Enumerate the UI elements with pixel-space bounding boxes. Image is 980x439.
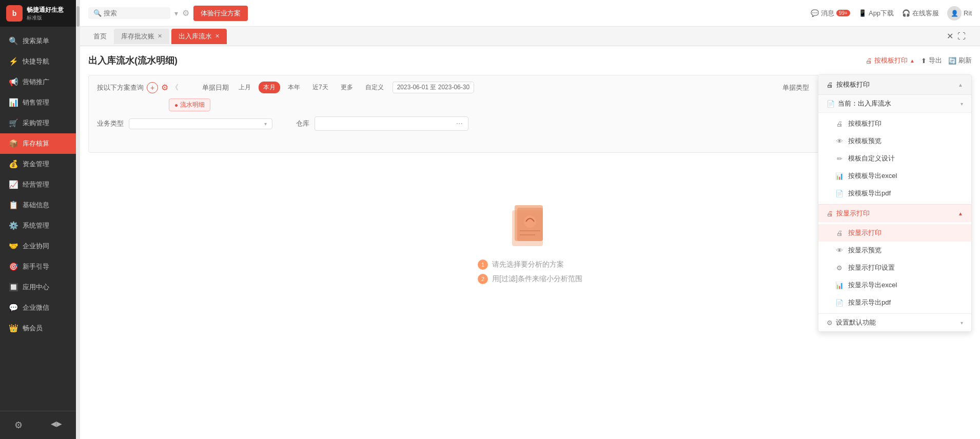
nav-icon-basic: 📋 [8, 200, 18, 210]
topbar-settings-icon[interactable]: ⚙ [182, 8, 189, 18]
nav-icon-app-center: 🔲 [8, 282, 18, 292]
warehouse-dots[interactable]: ··· [456, 119, 463, 128]
add-condition-btn[interactable]: + [147, 82, 158, 93]
dropdown-header[interactable]: 🖨 按模板打印 ▲ [818, 75, 971, 95]
dropdown-item-display-pdf[interactable]: 📄 按显示导出pdf [818, 294, 971, 311]
dropdown-item-display-preview[interactable]: 👁 按显示预览 [818, 242, 971, 259]
display-settings-icon: ⚙ [835, 263, 844, 272]
display-print-subheader[interactable]: 🖨 按显示打印 ▲ [818, 204, 971, 222]
date-btn-7days[interactable]: 近7天 [308, 82, 333, 93]
tab-flow-label: 出入库流水 [179, 32, 212, 41]
biz-type-label: 业务类型 [97, 119, 124, 128]
dropdown-item-template-preview[interactable]: 👁 按模板预览 [818, 132, 971, 150]
dropdown-footer[interactable]: ⚙ 设置默认功能 ▾ [818, 313, 971, 331]
nav-label-app-center: 应用中心 [23, 283, 49, 292]
sidebar-item-app-center[interactable]: 🔲 应用中心 [0, 277, 76, 297]
tab-batch-account[interactable]: 库存批次账 ✕ [114, 29, 169, 44]
sidebar-item-quick-nav[interactable]: ⚡ 快捷导航 [0, 51, 76, 72]
biz-type-select[interactable]: ▾ [129, 118, 272, 129]
window-controls: ✕ ⛶ [940, 31, 972, 41]
empty-step-1: 1 请先选择要分析的方案 [478, 260, 582, 270]
collapse-bottom-icon[interactable]: ◀▶ [48, 416, 65, 434]
collapse-condition-icon[interactable]: 《 [171, 83, 179, 92]
template-customize-icon: ✏ [835, 154, 844, 163]
sidebar-bottom: ⚙ ◀▶ [0, 411, 76, 439]
logo-badge: 标准版 [27, 14, 64, 22]
sidebar-item-operations[interactable]: 📈 经营管理 [0, 174, 76, 195]
sidebar-item-enterprise[interactable]: 🤝 企业协同 [0, 236, 76, 256]
nav-label-marketing: 营销推广 [23, 77, 49, 87]
user-avatar-action[interactable]: 👤 Rit [947, 6, 972, 21]
tab-flow[interactable]: 出入库流水 ✕ [171, 29, 227, 44]
search-input[interactable] [104, 9, 165, 17]
receipt-type-label: 单据类型 [782, 83, 809, 92]
date-btn-this-year[interactable]: 本年 [283, 82, 305, 93]
date-range-input[interactable]: 2023-06-01 至 2023-06-30 [393, 82, 474, 93]
tab-batch-account-close[interactable]: ✕ [158, 33, 162, 39]
print-template-btn[interactable]: 🖨 按模板打印 ▲ [866, 56, 915, 65]
sidebar-item-guide[interactable]: 🎯 新手引导 [0, 256, 76, 277]
sidebar-item-inventory[interactable]: 📦 库存核算 [0, 133, 76, 154]
sidebar-scrollbar[interactable] [76, 0, 80, 439]
topbar-left: 🔍 ▾ ⚙ 体验行业方案 [88, 6, 248, 21]
app-download-icon: 📱 [858, 9, 867, 17]
date-btn-last-month[interactable]: 上月 [234, 82, 256, 93]
dropdown-footer-content: ⚙ 设置默认功能 [827, 318, 876, 327]
dropdown-item-template-pdf[interactable]: 📄 按模板导出pdf [818, 185, 971, 202]
export-btn[interactable]: ⬆ 导出 [921, 56, 942, 65]
dropdown-item-display-excel[interactable]: 📊 按显示导出excel [818, 276, 971, 294]
logo-icon: b [6, 5, 23, 22]
dropdown-item-display-print[interactable]: 🖨 按显示打印 [818, 224, 971, 242]
settings-bottom-icon[interactable]: ⚙ [11, 416, 26, 434]
sidebar-item-finance[interactable]: 💰 资金管理 [0, 154, 76, 174]
set-default-label: 设置默认功能 [836, 318, 876, 327]
dropdown-item-template-excel[interactable]: 📊 按模板导出excel [818, 167, 971, 185]
empty-illustration [504, 200, 556, 251]
dropdown-item-display-settings[interactable]: ⚙ 按显示打印设置 [818, 259, 971, 276]
template-pdf-icon: 📄 [835, 189, 844, 198]
page-actions: 🖨 按模板打印 ▲ ⬆ 导出 🔄 刷新 [866, 56, 972, 65]
app-download-action[interactable]: 📱 App下载 [858, 9, 894, 18]
warehouse-select[interactable]: ··· [315, 116, 468, 131]
sidebar-item-member[interactable]: 👑 畅会员 [0, 318, 76, 338]
sidebar-item-system[interactable]: ⚙️ 系统管理 [0, 215, 76, 236]
nav-icon-search: 🔍 [8, 36, 18, 46]
display-print-icon: 🖨 [835, 228, 844, 237]
display-excel-label: 按显示导出excel [848, 281, 897, 290]
nav-label-member: 畅会员 [23, 324, 43, 333]
sidebar-item-sales[interactable]: 📊 销售管理 [0, 92, 76, 113]
sidebar-item-wechat[interactable]: 💬 企业微信 [0, 297, 76, 318]
sidebar-item-basic[interactable]: 📋 基础信息 [0, 195, 76, 215]
nav-icon-enterprise: 🤝 [8, 241, 18, 251]
date-btn-more[interactable]: 更多 [336, 82, 358, 93]
tab-flow-close[interactable]: ✕ [215, 33, 220, 39]
online-service-action[interactable]: 🎧 在线客服 [902, 9, 939, 18]
app-logo: b 畅捷通好生意 标准版 [0, 0, 76, 27]
sidebar-item-marketing[interactable]: 📢 营销推广 [0, 72, 76, 92]
nav-icon-sales: 📊 [8, 97, 18, 108]
date-filter-group: 单据日期 上月 本月 本年 近7天 更多 自定义 2023-06-01 至 20… [202, 82, 474, 93]
filter-tag-flow-detail[interactable]: ● 流水明细 [169, 98, 210, 111]
message-action[interactable]: 💬 消息 99+ [811, 9, 850, 18]
topbar-right: 💬 消息 99+ 📱 App下载 🎧 在线客服 👤 Rit [811, 6, 972, 21]
dropdown-print-icon: 🖨 [827, 81, 833, 89]
sidebar-item-search[interactable]: 🔍 搜索菜单 [0, 31, 76, 51]
window-close-icon[interactable]: ✕ [947, 31, 953, 41]
dropdown-item-template-customize[interactable]: ✏ 模板自定义设计 [818, 150, 971, 167]
date-btn-custom[interactable]: 自定义 [361, 82, 388, 93]
dropdown-item-template-print[interactable]: 🖨 按模板打印 [818, 115, 971, 132]
sidebar-item-purchase[interactable]: 🛒 采购管理 [0, 113, 76, 133]
message-label: 消息 [821, 9, 834, 18]
tab-home[interactable]: 首页 [88, 29, 112, 44]
nav-icon-member: 👑 [8, 323, 18, 333]
nav-label-system: 系统管理 [23, 221, 49, 230]
refresh-btn[interactable]: 🔄 刷新 [948, 56, 972, 65]
template-print-label: 按模板打印 [848, 119, 881, 128]
date-btn-this-month[interactable]: 本月 [259, 82, 280, 93]
step-1-num: 1 [478, 260, 488, 270]
settings-condition-icon[interactable]: ⚙ [161, 83, 168, 92]
trial-btn[interactable]: 体验行业方案 [193, 6, 248, 21]
topbar-chevron-icon[interactable]: ▾ [174, 9, 178, 17]
window-maximize-icon[interactable]: ⛶ [957, 32, 966, 41]
nav-icon-marketing: 📢 [8, 77, 18, 87]
